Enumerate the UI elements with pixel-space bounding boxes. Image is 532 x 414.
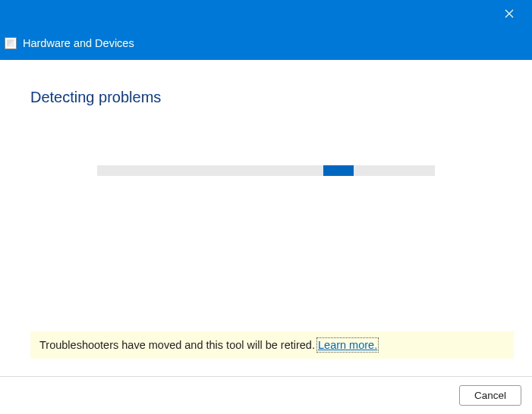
window-title: Hardware and Devices	[23, 37, 134, 49]
progress-container	[30, 165, 502, 176]
notice-banner: Troubleshooters have moved and this tool…	[30, 331, 514, 359]
close-icon	[505, 9, 514, 18]
cancel-button[interactable]: Cancel	[459, 385, 521, 406]
progress-bar	[97, 165, 435, 176]
progress-indicator	[323, 165, 354, 176]
page-heading: Detecting problems	[30, 89, 502, 106]
close-button[interactable]	[500, 5, 518, 23]
footer: Cancel	[0, 376, 532, 414]
window-header: Hardware and Devices	[0, 27, 532, 60]
troubleshooter-icon	[5, 37, 17, 49]
content-area: Detecting problems	[0, 60, 532, 176]
titlebar	[0, 0, 532, 27]
notice-text: Troubleshooters have moved and this tool…	[39, 339, 318, 351]
learn-more-link[interactable]: Learn more.	[318, 339, 377, 351]
